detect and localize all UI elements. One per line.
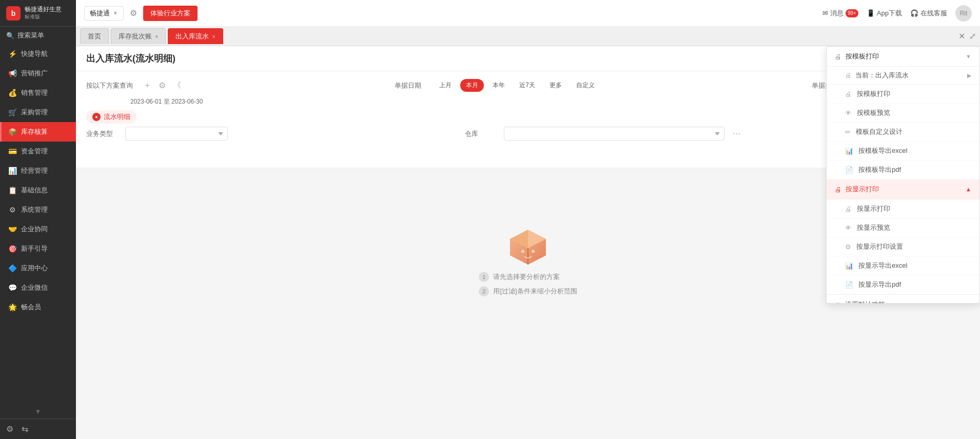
maximize-window-icon[interactable]: ⤢ <box>969 31 976 41</box>
template-export-excel-label: 按模板导出excel <box>858 146 907 155</box>
user-avatar[interactable]: Rit <box>955 5 972 22</box>
topbar: 畅捷通 ▼ ⚙ 体验行业方案 ✉ 消息 99+ 📱 App下载 🎧 在线客服 R… <box>76 0 980 27</box>
set-default-arrow-icon: ▼ <box>966 302 971 303</box>
main-area: 畅捷通 ▼ ⚙ 体验行业方案 ✉ 消息 99+ 📱 App下载 🎧 在线客服 R… <box>76 0 980 439</box>
template-custom-icon: ✏ <box>845 128 851 136</box>
sidebar-item-wechat[interactable]: 💬 企业微信 <box>0 278 76 297</box>
dropdown-current-item: 🖨 当前：出入库流水 ▶ <box>827 67 979 85</box>
empty-state-icon <box>505 220 551 266</box>
sidebar-item-guide[interactable]: 🎯 新手引导 <box>0 239 76 258</box>
sidebar-item-member[interactable]: 🌟 畅会员 <box>0 297 76 317</box>
dropdown-template-export-pdf-item[interactable]: 📄 按模板导出pdf <box>827 161 979 179</box>
dropdown-scroll: 🖨 按模板打印 ▼ 🖨 当前：出入库流水 ▶ 🖨 按模板打印 <box>827 47 979 303</box>
sidebar-item-finance[interactable]: 💳 资金管理 <box>0 142 76 161</box>
sidebar-item-label: 资金管理 <box>21 147 48 156</box>
dropdown-template-print-item[interactable]: 🖨 按模板打印 <box>827 85 979 104</box>
app-download-button[interactable]: 📱 App下载 <box>867 9 902 18</box>
template-excel-icon: 📊 <box>845 147 853 155</box>
display-pdf-icon: 📄 <box>845 281 853 289</box>
date-tag-custom[interactable]: 自定义 <box>571 79 600 92</box>
display-print-section-header[interactable]: 🖨 按显示打印 ▲ <box>827 179 979 199</box>
sidebar-item-label: 系统管理 <box>21 205 48 214</box>
template-print-section-header[interactable]: 🖨 按模板打印 ▼ <box>827 47 979 67</box>
date-tag-more[interactable]: 更多 <box>544 79 567 92</box>
sidebar-item-label: 库存核算 <box>21 127 48 136</box>
sidebar-item-quick-nav[interactable]: ⚡ 快捷导航 <box>0 44 76 64</box>
online-service-button[interactable]: 🎧 在线客服 <box>910 9 947 18</box>
tab-batch-account-close-icon[interactable]: × <box>155 33 158 39</box>
dropdown-display-print-settings-item[interactable]: ⚙ 按显示打印设置 <box>827 237 979 256</box>
sidebar-item-enterprise[interactable]: 🤝 企业协同 <box>0 220 76 239</box>
display-preview-label: 按显示预览 <box>857 223 890 232</box>
dropdown-template-export-excel-item[interactable]: 📊 按模板导出excel <box>827 142 979 161</box>
system-icon: ⚙ <box>8 206 17 214</box>
sidebar-search[interactable]: 🔍 搜索菜单 <box>0 27 76 44</box>
current-arrow-icon: ▶ <box>967 72 971 79</box>
tab-batch-account[interactable]: 库存批次账 × <box>111 28 166 44</box>
sidebar-item-purchase[interactable]: 🛒 采购管理 <box>0 103 76 122</box>
filter-add-btns: ＋ ⚙ 《 <box>141 79 183 92</box>
sidebar: b 畅捷通好生意 标准版 🔍 搜索菜单 ⚡ 快捷导航 📢 营销推广 💰 销售管理… <box>0 0 76 439</box>
sidebar-item-appstore[interactable]: 🔷 应用中心 <box>0 258 76 278</box>
sidebar-item-system[interactable]: ⚙ 系统管理 <box>0 200 76 220</box>
display-print-item-label: 按显示打印 <box>857 204 890 213</box>
collapse-sidebar-icon[interactable]: ⇆ <box>22 424 28 434</box>
sidebar-item-label: 营销推广 <box>21 69 48 78</box>
date-tag-this-year[interactable]: 本年 <box>487 79 511 92</box>
template-pdf-icon: 📄 <box>845 166 853 174</box>
template-custom-label: 模板自定义设计 <box>856 127 903 136</box>
dropdown-display-print-item[interactable]: 🖨 按显示打印 <box>827 199 979 218</box>
message-button[interactable]: ✉ 消息 99+ <box>822 9 858 18</box>
app-logo-icon: b <box>6 6 21 21</box>
sidebar-item-inventory[interactable]: 📦 库存核算 <box>0 122 76 142</box>
quick-nav-icon: ⚡ <box>8 50 17 58</box>
topbar-user-selector[interactable]: 畅捷通 ▼ <box>84 6 124 21</box>
warehouse-input[interactable] <box>504 127 724 141</box>
date-tag-7days[interactable]: 近7天 <box>514 79 541 92</box>
message-icon: ✉ <box>822 9 828 17</box>
business-select[interactable] <box>125 127 228 141</box>
sidebar-item-label: 新手引导 <box>21 244 48 253</box>
warehouse-more-icon[interactable]: ⋯ <box>733 129 741 138</box>
set-default-label: 设置默认功能 <box>845 300 885 303</box>
template-section-collapse-icon: ▼ <box>966 53 971 59</box>
topbar-gear-icon[interactable]: ⚙ <box>130 8 137 18</box>
sidebar-item-label: 快捷导航 <box>21 49 48 58</box>
step2-number: 2 <box>479 286 489 296</box>
filter-settings-icon[interactable]: ⚙ <box>156 79 168 91</box>
filter-collapse-icon[interactable]: 《 <box>171 79 183 92</box>
display-excel-icon: 📊 <box>845 262 853 270</box>
template-preview-icon: 👁 <box>845 109 852 117</box>
date-tag-this-month[interactable]: 本月 <box>460 79 484 92</box>
template-export-pdf-label: 按模板导出pdf <box>858 165 901 174</box>
trial-button[interactable]: 体验行业方案 <box>143 6 198 21</box>
tab-home[interactable]: 首页 <box>80 28 109 44</box>
dropdown-template-preview-item[interactable]: 👁 按模板预览 <box>827 104 979 123</box>
dropdown-display-export-excel-item[interactable]: 📊 按显示导出excel <box>827 256 979 275</box>
tab-flow-close-icon[interactable]: × <box>212 33 215 39</box>
page-title: 出入库流水(流水明细) <box>86 52 175 71</box>
sidebar-item-business[interactable]: 📊 经营管理 <box>0 161 76 181</box>
step1-number: 1 <box>479 272 489 282</box>
sidebar-item-marketing[interactable]: 📢 营销推广 <box>0 64 76 83</box>
template-print-header-icon: 🖨 <box>835 53 841 61</box>
flow-detail-label: 流水明细 <box>104 112 130 122</box>
service-label: 在线客服 <box>920 9 947 18</box>
inventory-icon: 📦 <box>8 128 17 136</box>
business-label: 业务类型 <box>86 129 117 138</box>
settings-icon[interactable]: ⚙ <box>6 424 13 434</box>
sidebar-item-basic[interactable]: 📋 基础信息 <box>0 181 76 200</box>
sidebar-scroll-down[interactable]: ▼ <box>0 405 76 418</box>
filter-tag-flow-detail[interactable]: ● 流水明细 <box>86 110 136 124</box>
close-window-icon[interactable]: ✕ <box>958 31 965 41</box>
date-tag-last-month[interactable]: 上月 <box>434 79 457 92</box>
filter-add-icon[interactable]: ＋ <box>141 79 153 92</box>
sidebar-item-sales[interactable]: 💰 销售管理 <box>0 83 76 103</box>
sidebar-item-label: 企业协同 <box>21 225 48 234</box>
dropdown-template-custom-item[interactable]: ✏ 模板自定义设计 <box>827 123 979 142</box>
tab-flow[interactable]: 出入库流水 × <box>168 28 223 44</box>
topbar-user-arrow-icon: ▼ <box>113 10 118 16</box>
dropdown-display-preview-item[interactable]: 👁 按显示预览 <box>827 218 979 237</box>
dropdown-display-export-pdf-item[interactable]: 📄 按显示导出pdf <box>827 275 979 294</box>
dropdown-set-default-item[interactable]: ⚙ 设置默认功能 ▼ <box>827 294 979 303</box>
